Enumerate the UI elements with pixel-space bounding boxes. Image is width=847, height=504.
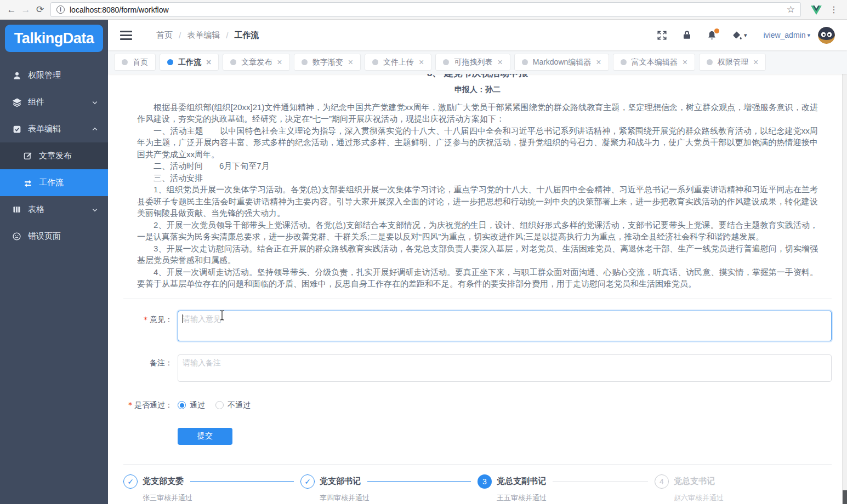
collapse-menu-icon[interactable] <box>120 31 132 40</box>
radio-fail[interactable]: 不通过 <box>215 400 251 410</box>
tab-dot-icon <box>707 59 713 65</box>
page-scrollbar[interactable] <box>842 20 847 504</box>
notification-bell-icon[interactable] <box>707 30 717 41</box>
tab-workflow[interactable]: 工作流 × <box>160 54 219 71</box>
page-info-icon[interactable]: i <box>56 5 65 14</box>
browser-menu-icon[interactable]: ⋮ <box>825 4 843 15</box>
paragraph: 2、开展一次党员领导干部带头上党课活动。各党(总)支部结合本支部情况，为庆祝党的… <box>137 219 818 243</box>
sidebar-item-workflow[interactable]: 工作流 <box>0 169 108 196</box>
tab-article-publish[interactable]: 文章发布 × <box>223 54 289 71</box>
tab-upload[interactable]: 文件上传 × <box>365 54 431 71</box>
back-button[interactable]: ← <box>4 3 19 17</box>
breadcrumb-form-edit[interactable]: 表单编辑 <box>187 30 220 41</box>
paragraph: 1、组织党员开展一次集体学习活动。各党(总)支部要组织开展一次集体学习讨论，重点… <box>137 184 818 219</box>
step-check-icon: ✓ <box>123 474 138 489</box>
sidebar-item-permissions[interactable]: 权限管理 <box>0 62 108 89</box>
sidebar-item-article-publish[interactable]: 文章发布 <box>0 142 108 169</box>
sidebar-item-label: 错误页面 <box>28 231 61 242</box>
pass-radio-group: 通过 不通过 <box>178 400 261 410</box>
avatar[interactable] <box>818 27 835 44</box>
document-body: 根据县委组织部(组织[20xx]21)文件通知精神，为纪念中国共产党建党xx周年… <box>137 101 818 290</box>
tab-dot-icon <box>230 59 236 65</box>
remark-row: 备注： <box>123 354 832 382</box>
fullscreen-icon[interactable] <box>657 30 667 41</box>
remark-textarea[interactable] <box>178 354 832 382</box>
browser-toolbar: ← → ⟳ i localhost:8080/form/workflow ☆ ⋮ <box>0 0 847 20</box>
sidebar-item-tables[interactable]: 表格 <box>0 196 108 223</box>
workflow-document: 8、 建党节庆祝活动申报 申报人：孙二 根据县委组织部(组织[20xx]21)文… <box>123 74 832 290</box>
layers-icon <box>12 98 22 107</box>
sidebar-item-error-pages[interactable]: 错误页面 <box>0 223 108 250</box>
paragraph: 根据县委组织部(组织[20xx]21)文件通知精神，为纪念中国共产党建党xx周年… <box>137 101 818 125</box>
text-cursor-icon <box>219 310 225 323</box>
tab-label: 工作流 <box>178 58 201 67</box>
tab-label: 富文本编辑器 <box>632 58 678 67</box>
sidebar-item-label: 权限管理 <box>28 70 61 81</box>
close-icon[interactable]: × <box>683 58 687 67</box>
address-bar[interactable]: i localhost:8080/form/workflow ☆ <box>50 2 801 17</box>
sidebar-item-components[interactable]: 组件 <box>0 89 108 116</box>
brand-logo[interactable]: TalkingData <box>5 25 103 52</box>
reload-button[interactable]: ⟳ <box>33 3 47 17</box>
required-mark: * <box>144 315 147 324</box>
breadcrumb-home[interactable]: 首页 <box>156 30 173 41</box>
radio-pass[interactable]: 通过 <box>178 400 205 410</box>
workflow-steps: ✓ 党支部支委 张三审核并通过 ✓ 党支部书记 李四审核并通过 <box>123 465 832 503</box>
step-connector <box>553 481 648 482</box>
step-3: 3 党总支副书记 王五审核并通过 <box>477 474 655 503</box>
close-icon[interactable]: × <box>206 58 211 67</box>
tab-dot-icon <box>372 59 378 65</box>
step-desc: 张三审核并通过 <box>143 493 300 503</box>
main-area: 首页 / 表单编辑 / 工作流 ▾ <box>108 20 847 504</box>
tab-count-to[interactable]: 数字渐变 × <box>294 54 361 71</box>
content-area: 8、 建党节庆祝活动申报 申报人：孙二 根据县委组织部(组织[20xx]21)文… <box>108 74 847 504</box>
sidebar-item-form-edit[interactable]: 表单编辑 <box>0 116 108 142</box>
sidebar-item-label: 表单编辑 <box>28 124 61 134</box>
swap-icon <box>23 178 33 188</box>
table-icon <box>12 205 22 215</box>
step-connector <box>190 481 294 482</box>
close-icon[interactable]: × <box>419 58 424 67</box>
app-shell: TalkingData 权限管理 组件 <box>0 20 847 504</box>
paragraph: 二、活动时间 6月下旬至7月 <box>137 160 818 172</box>
approval-form: *意见： 备注： <box>123 311 832 445</box>
step-title: 党支部支委 <box>143 476 184 486</box>
tab-dot-icon <box>167 59 173 65</box>
tab-rich-text-editor[interactable]: 富文本编辑器 × <box>613 54 695 71</box>
close-icon[interactable]: × <box>596 58 601 67</box>
remark-label: 备注： <box>123 354 173 382</box>
close-icon[interactable]: × <box>753 58 758 67</box>
user-menu[interactable]: iview_admin ▾ <box>763 31 810 39</box>
sidebar-item-label: 表格 <box>28 204 44 215</box>
step-2: ✓ 党支部书记 李四审核并通过 <box>300 474 477 503</box>
step-title: 党总支书记 <box>674 476 715 486</box>
close-icon[interactable]: × <box>348 58 353 67</box>
tab-label: 首页 <box>133 58 148 67</box>
bookmark-star-icon[interactable]: ☆ <box>787 4 795 15</box>
tab-permissions[interactable]: 权限管理 × <box>699 54 766 71</box>
tab-dot-icon <box>302 59 308 65</box>
vue-devtools-icon[interactable] <box>811 5 822 15</box>
tab-label: 可拖拽列表 <box>454 58 492 67</box>
close-icon[interactable]: × <box>497 58 502 67</box>
opinion-textarea[interactable] <box>178 311 832 341</box>
tab-markdown-editor[interactable]: Markdown编辑器 × <box>514 54 609 71</box>
lock-icon[interactable] <box>682 30 692 40</box>
chevron-down-icon <box>92 99 98 106</box>
tab-home[interactable]: 首页 <box>114 54 156 71</box>
step-4: 4 党总支书记 赵六审核并通过 <box>655 474 832 503</box>
theme-switch-icon[interactable]: ▾ <box>732 30 747 41</box>
tab-drag-list[interactable]: 可拖拽列表 × <box>435 54 510 71</box>
close-icon[interactable]: × <box>277 58 282 67</box>
submit-button[interactable]: 提交 <box>178 428 232 445</box>
sad-face-icon <box>12 232 22 242</box>
scrollbar-down-button[interactable] <box>843 490 847 504</box>
step-title: 党支部书记 <box>320 476 361 486</box>
opinion-row: *意见： <box>123 311 832 341</box>
forward-button[interactable]: → <box>19 3 33 17</box>
tab-label: 文章发布 <box>241 58 272 67</box>
pass-row: *是否通过： 通过 不通过 <box>123 400 832 410</box>
opinion-label: *意见： <box>123 311 173 341</box>
paragraph: 三、活动安排 <box>137 172 818 184</box>
step-number-icon: 3 <box>477 474 492 489</box>
